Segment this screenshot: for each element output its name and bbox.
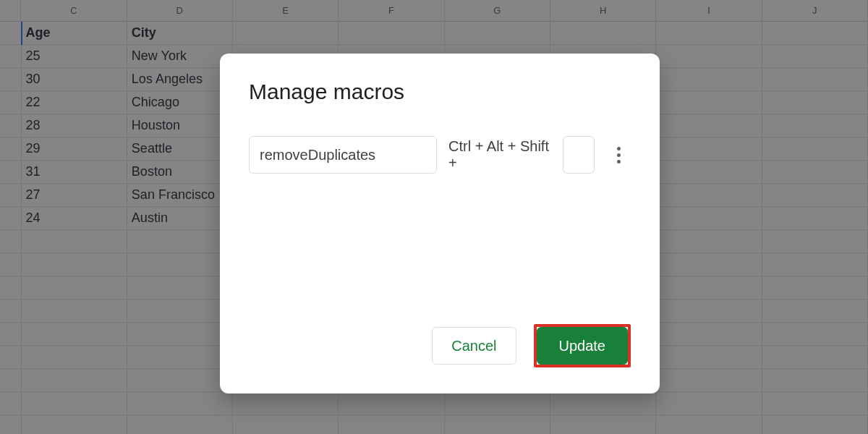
more-vertical-icon [617, 147, 621, 163]
dialog-actions: Cancel Update [249, 324, 631, 367]
dialog-title: Manage macros [249, 80, 631, 104]
manage-macros-dialog: Manage macros Ctrl + Alt + Shift + Cance… [220, 54, 660, 393]
shortcut-key-input[interactable] [563, 136, 595, 174]
macro-row: Ctrl + Alt + Shift + [249, 136, 631, 174]
cancel-button[interactable]: Cancel [432, 327, 516, 365]
update-button-highlight: Update [534, 324, 631, 367]
update-button[interactable]: Update [537, 327, 629, 365]
macro-more-button[interactable] [606, 142, 631, 168]
shortcut-prefix-label: Ctrl + Alt + Shift + [448, 138, 554, 171]
macro-name-input[interactable] [249, 136, 437, 174]
